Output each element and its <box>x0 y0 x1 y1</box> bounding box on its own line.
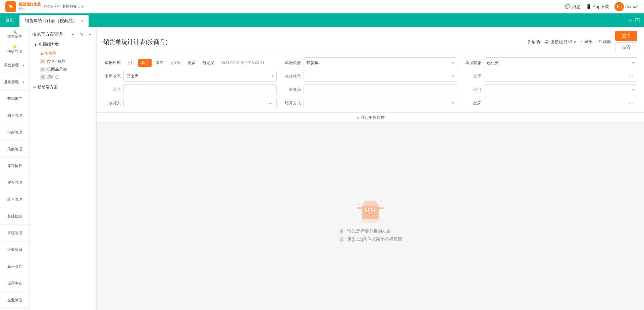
out-status-arrow: ▾ <box>272 74 274 79</box>
sidebar-item-guide[interactable]: 新手引导 <box>0 258 29 275</box>
empty-tip-1: 1 请先选择要分析的方案 <box>338 228 402 234</box>
export-button[interactable]: ↑ 导出 <box>581 39 593 45</box>
settle-select[interactable]: ▾ <box>304 98 457 108</box>
sidebar-item-apps[interactable]: 应用中心 <box>0 275 29 292</box>
tree-section-pc[interactable]: ▼ 电脑端方案 <box>32 41 94 48</box>
date-filter: 单据日期 上月 本月 本年 近7天 更多 自定义 2023-03-01 至 20… <box>103 59 277 67</box>
doc-status-select[interactable]: 已生效 ▾ <box>484 57 637 68</box>
collect-status-select[interactable]: ▾ <box>304 71 457 82</box>
brand-input[interactable]: ··· <box>484 98 637 108</box>
warehouse-input[interactable]: ··· <box>484 71 637 82</box>
filter-panel-add-button[interactable]: + <box>69 31 76 38</box>
settings-button[interactable]: 设置 <box>615 42 637 53</box>
date-tab-7days[interactable]: 近7天 <box>168 59 183 67</box>
doc-type-select[interactable]: 销货单 ▾ <box>304 57 457 68</box>
message-icon: 💬 <box>565 4 571 9</box>
page-header-actions: ? 帮助 🖨 按模板打印 ▾ ↑ 导出 ↺ 刷新 <box>527 31 637 53</box>
filter-panel-header: 按以下方案查询 + ✎ « <box>32 31 94 38</box>
sidebar-item-basic[interactable]: 基础信息 <box>0 208 29 225</box>
date-tab-custom[interactable]: 自定义 <box>200 59 217 67</box>
svg-point-4 <box>366 208 368 210</box>
query-button[interactable]: 查询 <box>615 31 637 41</box>
sidebar-nav[interactable]: ⭐ 快捷导航 <box>0 42 29 57</box>
top-bar-left: 畅 畅捷通好生意 标账 办公用品行业模拟账套 ▾ <box>5 1 84 12</box>
receiver-dots[interactable]: ··· <box>267 100 274 106</box>
out-status-field: 出库状态 已出库 ▾ <box>103 71 277 82</box>
brand-field: 品牌 ··· <box>464 98 637 108</box>
salesperson-input[interactable]: ··· <box>304 84 457 95</box>
tree-item-icon-month: 同 <box>40 59 46 64</box>
right-panel: 销货单统计计表(按商品) ? 帮助 🖨 按模板打印 ▾ ↑ 导出 <box>97 27 644 310</box>
sidebar-item-enterprise[interactable]: 企业协同 <box>0 242 29 258</box>
collapse-bar[interactable]: ∧ 收起更多条件 <box>97 113 644 123</box>
print-button[interactable]: 🖨 按模板打印 ▾ <box>544 39 577 45</box>
warehouse-dots[interactable]: ··· <box>628 73 634 79</box>
department-select[interactable]: ▾ <box>484 84 637 95</box>
svg-text:✦: ✦ <box>380 199 383 203</box>
sidebar: 🔍 搜索菜单 ⭐ 快捷导航 零售管理 ▲ 批发管理 ▲ 营销推广 销售管理 电商… <box>0 27 30 310</box>
receiver-input[interactable]: ··· <box>123 98 277 108</box>
tab-home[interactable]: 首页 <box>0 13 19 27</box>
refresh-icon: ↺ <box>597 39 601 45</box>
svg-text:✦: ✦ <box>358 203 360 206</box>
sidebar-item-wechat[interactable]: 企业微信 <box>0 292 29 309</box>
print-dropdown-arrow[interactable]: ▾ <box>573 40 577 44</box>
sidebar-item-ecommerce[interactable]: 电商管理 <box>0 124 29 141</box>
tree-item-by-goods[interactable]: ● 按商品 <box>38 49 94 58</box>
doc-status-field: 单据状态 已生效 ▾ <box>464 57 637 68</box>
help-button[interactable]: ? 帮助 <box>527 39 540 45</box>
sidebar-item-system[interactable]: 系统管理 <box>0 225 29 242</box>
salesperson-dots[interactable]: ··· <box>447 87 454 92</box>
tab-close-button[interactable]: × <box>80 18 83 23</box>
sidebar-item-member[interactable]: 畅会员 <box>0 309 29 310</box>
app-download-button[interactable]: 📱 App下载 <box>586 4 609 10</box>
nav-icon: ⭐ <box>12 45 17 49</box>
doc-type-arrow: ▾ <box>452 61 454 65</box>
sidebar-item-finance[interactable]: 资金管理 <box>0 174 29 191</box>
sidebar-item-retail[interactable]: 零售管理 ▲ <box>0 57 29 74</box>
tree-item-by-month-goods[interactable]: 同 按月+商品 <box>38 58 94 65</box>
tree-item-by-driver[interactable]: 同 按司机 <box>38 73 94 81</box>
sidebar-search[interactable]: 🔍 搜索菜单 <box>0 27 29 42</box>
tab-maximize-button[interactable]: ⊡ <box>635 17 640 23</box>
date-tab-this-month[interactable]: 本月 <box>138 59 152 67</box>
collect-status-arrow: ▾ <box>452 74 454 79</box>
refresh-button[interactable]: ↺ 刷新 <box>597 39 611 45</box>
filter-panel: 按以下方案查询 + ✎ « ▼ 电脑端方案 ● 按商品 <box>30 27 97 310</box>
svg-rect-6 <box>357 207 362 209</box>
user-menu[interactable]: Ea demo2 <box>614 2 639 11</box>
goods-dots[interactable]: ··· <box>267 87 274 92</box>
message-button[interactable]: 💬 消息 <box>565 4 581 10</box>
date-tab-more[interactable]: 更多 <box>185 59 198 67</box>
workspace-selector[interactable]: 办公用品行业模拟账套 ▾ <box>44 4 84 9</box>
tree-item-icon-driver: 同 <box>40 74 46 80</box>
sidebar-item-marketing[interactable]: 营销推广 <box>0 91 29 107</box>
svg-point-0 <box>360 219 380 223</box>
date-tab-last-month[interactable]: 上月 <box>123 59 137 67</box>
app-name: 畅捷通好生意 标账 <box>19 2 41 11</box>
sidebar-item-wholesale[interactable]: 批发管理 ▲ <box>0 74 29 91</box>
search-icon: 🔍 <box>12 30 17 34</box>
tree-expand-pc: ▼ <box>34 42 38 47</box>
filter-row-3: 商品 ··· 业务员 ··· 部门 <box>103 84 637 95</box>
sidebar-item-purchase[interactable]: 采购管理 <box>0 141 29 158</box>
filter-panel-collapse-button[interactable]: « <box>87 31 94 38</box>
app-logo: 畅 <box>5 1 16 12</box>
filter-row-2: 出库状态 已出库 ▾ 收款状态 ▾ <box>103 71 637 82</box>
brand-dots[interactable]: ··· <box>628 100 634 106</box>
tab-minimize-button[interactable]: × <box>629 17 632 23</box>
sidebar-item-inventory[interactable]: 库存核算 <box>0 158 29 174</box>
out-status-select[interactable]: 已出库 ▾ <box>123 71 277 82</box>
doc-status-arrow: ▾ <box>632 61 634 65</box>
date-tab-this-year[interactable]: 本年 <box>153 59 166 67</box>
warehouse-field: 仓库 ··· <box>464 71 637 82</box>
tree-children-pc: ● 按商品 同 按月+商品 同 按商品分类 同 按司机 <box>32 49 94 81</box>
sidebar-item-operations[interactable]: 经营管理 <box>0 191 29 208</box>
filter-panel-edit-button[interactable]: ✎ <box>78 31 85 38</box>
tab-active[interactable]: 销货单统计计表（按商品） × <box>19 15 89 27</box>
tree-item-by-category[interactable]: 同 按商品分类 <box>38 65 94 73</box>
sidebar-item-sales[interactable]: 销售管理 <box>0 107 29 124</box>
tree-section-mobile[interactable]: ▶ 移动端方案 <box>32 84 94 91</box>
settle-arrow: ▾ <box>452 101 454 105</box>
goods-input[interactable]: ··· <box>123 84 277 95</box>
